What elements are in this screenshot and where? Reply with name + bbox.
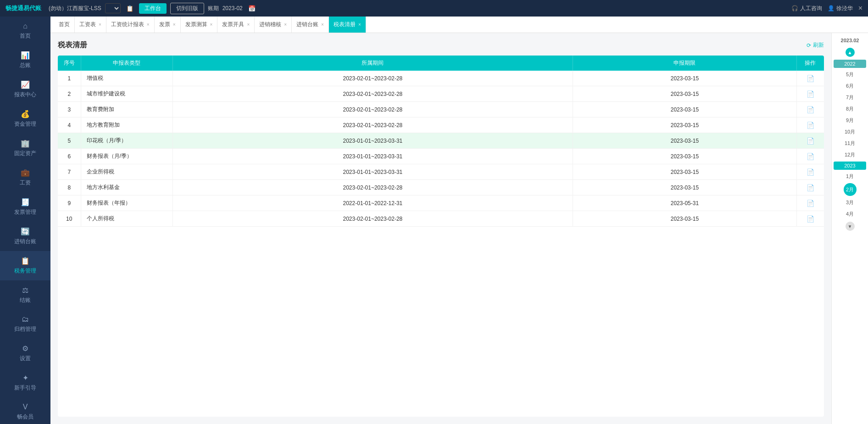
reports-icon: 📈 — [21, 80, 30, 89]
col-申报表类型: 申报表类型 — [81, 56, 172, 71]
tab-close-invoice-verify[interactable]: × — [210, 22, 213, 27]
tab-close-invoice-open[interactable]: × — [247, 22, 250, 27]
archives-icon: 🗂 — [22, 315, 29, 324]
sidebar-item-vip[interactable]: V畅会员 — [0, 397, 50, 424]
sidebar: ⌂首页📊总账📈报表中心💰资金管理🏢固定资产💼工资🧾发票管理🔄进销台账📋税务管理⚖… — [0, 17, 50, 424]
refresh-button[interactable]: ⟳ 刷新 — [807, 41, 824, 49]
action-icon-10[interactable]: 📄 — [807, 215, 814, 223]
close-button[interactable]: × — [858, 4, 862, 12]
tab-bar: 首页工资表×工资统计报表×发票×发票测算×发票开具×进销稽核×进销台账×税表清册… — [50, 17, 868, 33]
table-wrapper: 序号申报表类型所属期间申报期限操作1增值税2023-02-01~2023-02-… — [58, 56, 824, 417]
month-2023-1月[interactable]: 1月 — [832, 171, 868, 182]
switch-old-button[interactable]: 切到旧版 — [170, 3, 204, 14]
tab-purchase-verify[interactable]: 进销稽核× — [255, 17, 292, 33]
sidebar-item-salary[interactable]: 💼工资 — [0, 163, 50, 192]
action-icon-5[interactable]: 📄 — [807, 137, 814, 145]
year-2023[interactable]: 2023 — [834, 162, 866, 170]
calendar-icon[interactable]: 📅 — [246, 3, 257, 14]
month-2023-3月[interactable]: 3月 — [832, 197, 868, 208]
sidebar-item-settings[interactable]: ⚙设置 — [0, 339, 50, 368]
year-2022[interactable]: 2022 — [834, 60, 866, 68]
month-2022-8月[interactable]: 8月 — [832, 103, 868, 115]
content-area: 首页工资表×工资统计报表×发票×发票测算×发票开具×进销稽核×进销台账×税表清册… — [50, 17, 868, 424]
sidebar-item-purchase-sales[interactable]: 🔄进销台账 — [0, 222, 50, 251]
sidebar-item-funds[interactable]: 💰资金管理 — [0, 104, 50, 134]
sidebar-item-ledger[interactable]: 📊总账 — [0, 45, 50, 75]
col-所属期间: 所属期间 — [172, 56, 573, 71]
tab-close-salary-table[interactable]: × — [99, 22, 101, 27]
month-2022-5月[interactable]: 5月 — [832, 69, 868, 80]
month-2023-2月[interactable]: 2月 — [844, 183, 857, 196]
app-logo: 畅捷通易代账 — [6, 4, 41, 12]
top-bar: 畅捷通易代账 (勿动）江西服宝-LSS 📋 工作台 切到旧版 账期 2023-0… — [0, 0, 868, 17]
tab-tax-list[interactable]: 税表清册× — [329, 17, 366, 33]
tab-home[interactable]: 首页 — [54, 17, 75, 33]
action-icon-8[interactable]: 📄 — [807, 184, 814, 191]
sidebar-item-tax-mgmt[interactable]: 📋税务管理 — [0, 251, 50, 280]
workbench-button[interactable]: 工作台 — [139, 3, 167, 14]
date-nav-up[interactable]: ▲ — [846, 48, 855, 57]
table-row: 8地方水利基金2023-02-01~2023-02-282023-03-15📄 — [58, 180, 824, 195]
company-name: (勿动）江西服宝-LSS — [49, 5, 101, 12]
month-2022-10月[interactable]: 10月 — [832, 126, 868, 138]
user-profile[interactable]: 👤 徐泾华 — [828, 5, 853, 12]
action-icon-1[interactable]: 📄 — [807, 75, 814, 82]
ai-consult-btn[interactable]: 🎧 人工咨询 — [791, 5, 822, 12]
vip-icon: V — [23, 403, 28, 411]
tab-invoice-verify[interactable]: 发票测算× — [181, 17, 218, 33]
month-2022-11月[interactable]: 11月 — [832, 138, 868, 149]
tab-invoice-open[interactable]: 发票开具× — [217, 17, 255, 33]
tab-close-purchase-verify[interactable]: × — [284, 22, 287, 27]
tab-close-purchase-ledger[interactable]: × — [321, 22, 324, 27]
col-申报期限: 申报期限 — [573, 56, 796, 71]
reconcile-icon: ⚖ — [22, 286, 28, 295]
date-panel-header: 2023.02 — [832, 35, 868, 46]
month-2022-7月[interactable]: 7月 — [832, 92, 868, 103]
new-guide-icon: ✦ — [22, 374, 28, 382]
sidebar-item-reports[interactable]: 📈报表中心 — [0, 75, 50, 104]
sidebar-item-invoice-mgmt[interactable]: 🧾发票管理 — [0, 192, 50, 222]
table-row: 9财务报表（年报）2022-01-01~2022-12-312023-05-31… — [58, 195, 824, 211]
period-value: 2023-02 — [223, 5, 243, 11]
month-2022-12月[interactable]: 12月 — [832, 149, 868, 161]
company-dropdown[interactable] — [105, 3, 121, 13]
action-icon-4[interactable]: 📄 — [807, 122, 814, 129]
page-content: 税表清册 ⟳ 刷新 序号申报表类型所属期间申报期限操作1增值税2023-02-0… — [50, 33, 868, 424]
table-row: 1增值税2023-02-01~2023-02-282023-03-15📄 — [58, 71, 824, 86]
date-collapse-btn[interactable]: ▼ — [846, 222, 855, 231]
action-icon-6[interactable]: 📄 — [807, 153, 814, 160]
tab-salary-table[interactable]: 工资表× — [75, 17, 106, 33]
sidebar-item-new-guide[interactable]: ✦新手引导 — [0, 368, 50, 397]
sidebar-item-archives[interactable]: 🗂归档管理 — [0, 310, 50, 339]
table-row: 7企业所得税2023-01-01~2023-03-312023-03-15📄 — [58, 164, 824, 180]
table-row: 4地方教育附加2023-02-01~2023-02-282023-03-15📄 — [58, 117, 824, 133]
action-icon-3[interactable]: 📄 — [807, 106, 814, 113]
table-row: 5印花税（月/季）2023-01-01~2023-03-312023-03-15… — [58, 133, 824, 149]
col-操作: 操作 — [796, 56, 824, 71]
salary-icon: 💼 — [21, 168, 30, 177]
tab-close-tax-list[interactable]: × — [358, 22, 361, 27]
tab-close-invoice[interactable]: × — [173, 22, 176, 27]
copy-icon[interactable]: 📋 — [124, 3, 135, 14]
tab-close-salary-stats[interactable]: × — [147, 22, 150, 27]
sidebar-item-home[interactable]: ⌂首页 — [0, 17, 50, 45]
page-title: 税表清册 — [58, 40, 87, 50]
sidebar-item-fixed-assets[interactable]: 🏢固定资产 — [0, 134, 50, 163]
refresh-icon: ⟳ — [807, 42, 811, 49]
col-序号: 序号 — [58, 56, 81, 71]
action-icon-7[interactable]: 📄 — [807, 168, 814, 176]
top-bar-right: 🎧 人工咨询 👤 徐泾华 × — [791, 4, 862, 12]
invoice-mgmt-icon: 🧾 — [21, 198, 30, 206]
tab-salary-stats[interactable]: 工资统计报表× — [106, 17, 155, 33]
tab-purchase-ledger[interactable]: 进销台账× — [292, 17, 329, 33]
tab-invoice[interactable]: 发票× — [155, 17, 181, 33]
table-row: 2城市维护建设税2023-02-01~2023-02-282023-03-15📄 — [58, 86, 824, 102]
month-2022-6月[interactable]: 6月 — [832, 80, 868, 92]
month-2022-9月[interactable]: 9月 — [832, 115, 868, 126]
action-icon-2[interactable]: 📄 — [807, 90, 814, 98]
sidebar-item-reconcile[interactable]: ⚖结账 — [0, 280, 50, 310]
settings-icon: ⚙ — [22, 344, 28, 353]
table-row: 10个人所得税2023-02-01~2023-02-282023-03-15📄 — [58, 211, 824, 227]
action-icon-9[interactable]: 📄 — [807, 200, 814, 207]
month-2023-4月[interactable]: 4月 — [832, 208, 868, 220]
